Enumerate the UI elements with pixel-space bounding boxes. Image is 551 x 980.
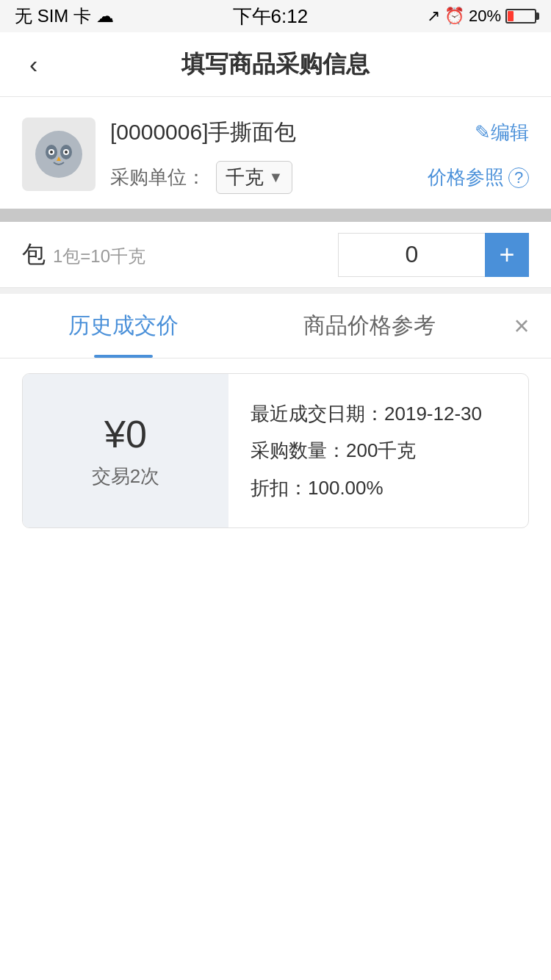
unit-selector-group: 采购单位： 千克 ▼: [110, 161, 292, 194]
purchase-qty-label: 采购数量：: [251, 439, 346, 461]
svg-point-6: [65, 151, 68, 154]
product-unit-row: 采购单位： 千克 ▼ 价格参照 ?: [110, 161, 529, 194]
price-ref-label: 价格参照: [428, 165, 504, 190]
tab-underline: [94, 355, 153, 358]
battery-fill: [508, 11, 514, 21]
card-recent-date: 最近成交日期：2019-12-30: [251, 400, 506, 427]
svg-point-0: [35, 131, 82, 178]
quantity-input[interactable]: [338, 233, 485, 277]
card-count: 交易2次: [92, 464, 159, 489]
card-list: ¥0 交易2次 最近成交日期：2019-12-30 采购数量：200千克 折扣：…: [0, 359, 551, 543]
unit-label: 采购单位：: [110, 166, 206, 188]
recent-date-label: 最近成交日期：: [251, 403, 384, 425]
product-header: [0000006]手撕面包 ✎编辑 采购单位： 千克 ▼ 价格参照 ?: [22, 118, 529, 194]
card-purchase-qty: 采购数量：200千克: [251, 437, 506, 464]
edit-button[interactable]: ✎编辑: [475, 120, 529, 145]
card-price-section: ¥0 交易2次: [23, 374, 228, 527]
price-ref-button[interactable]: 价格参照 ?: [428, 165, 529, 190]
tab-bar: 历史成交价 商品价格参考 ×: [0, 294, 551, 359]
tab-product-price-label: 商品价格参考: [303, 311, 436, 341]
battery-icon: [505, 9, 536, 24]
tab-history-price[interactable]: 历史成交价: [0, 294, 246, 358]
quantity-unit-big: 包: [22, 239, 46, 271]
quantity-label: 包 1包=10千克: [22, 239, 145, 271]
product-title-row: [0000006]手撕面包 ✎编辑: [110, 118, 529, 148]
status-left: 无 SIM 卡 ☁: [15, 4, 114, 28]
card-detail-section: 最近成交日期：2019-12-30 采购数量：200千克 折扣：100.00%: [228, 374, 528, 527]
page-background: [0, 543, 551, 980]
svg-point-5: [50, 151, 53, 154]
quantity-input-wrapper: +: [338, 233, 529, 277]
nav-bar: ‹ 填写商品采购信息: [0, 32, 551, 97]
back-button[interactable]: ‹: [22, 43, 45, 86]
status-bar: 无 SIM 卡 ☁ 下午6:12 ↗ ⏰ 20%: [0, 0, 551, 32]
unit-select[interactable]: 千克 ▼: [216, 161, 292, 194]
alarm-icon: ⏰: [444, 7, 464, 26]
product-info: [0000006]手撕面包 ✎编辑 采购单位： 千克 ▼ 价格参照 ?: [110, 118, 529, 194]
tab-product-price-ref[interactable]: 商品价格参考: [246, 294, 492, 358]
card-price: ¥0: [104, 412, 147, 456]
discount-value: 100.00%: [308, 477, 383, 499]
product-thumbnail: [22, 118, 96, 191]
location-icon: ↗: [427, 7, 440, 26]
card-discount: 折扣：100.00%: [251, 475, 506, 501]
unit-arrow: ▼: [268, 169, 283, 186]
unit-value: 千克: [226, 165, 264, 190]
history-card: ¥0 交易2次 最近成交日期：2019-12-30 采购数量：200千克 折扣：…: [22, 373, 529, 528]
battery-percent: 20%: [469, 7, 501, 26]
discount-label: 折扣：: [251, 477, 308, 499]
product-name: [0000006]手撕面包: [110, 118, 296, 148]
quantity-row: 包 1包=10千克 +: [0, 222, 551, 288]
quantity-plus-button[interactable]: +: [485, 233, 529, 277]
product-section: [0000006]手撕面包 ✎编辑 采购单位： 千克 ▼ 价格参照 ?: [0, 97, 551, 209]
purchase-qty-value: 200千克: [346, 439, 416, 461]
tab-close-button[interactable]: ×: [492, 297, 551, 356]
sim-label: 无 SIM 卡 ☁: [15, 4, 114, 28]
tab-history-label: 历史成交价: [68, 311, 179, 341]
status-time: 下午6:12: [233, 4, 309, 29]
quantity-unit-sub: 1包=10千克: [53, 245, 145, 268]
section-divider: [0, 209, 551, 222]
page-title: 填写商品采购信息: [181, 48, 370, 81]
recent-date-value: 2019-12-30: [384, 403, 482, 425]
tab-section: 历史成交价 商品价格参考 × ¥0 交易2次 最近成交日期：2019-12-30…: [0, 294, 551, 543]
status-right: ↗ ⏰ 20%: [427, 7, 536, 26]
price-ref-help-icon: ?: [508, 167, 529, 188]
